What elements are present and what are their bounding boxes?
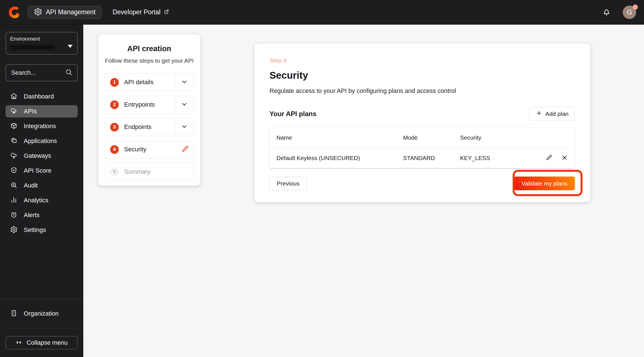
alarm-clock-icon [10, 211, 18, 220]
column-header-mode: Mode [403, 134, 460, 141]
search-input[interactable] [11, 69, 65, 77]
sidebar-item-dashboard[interactable]: Dashboard [6, 90, 78, 103]
external-link-icon [164, 9, 169, 16]
gear-icon [10, 226, 18, 234]
collapse-icon [16, 340, 22, 346]
sidebar: Environment Dashboard [0, 25, 83, 357]
step-main: 3 Endpoints [105, 118, 175, 136]
step-entrypoints[interactable]: 2 Entrypoints [105, 96, 194, 114]
sidebar-spacer [6, 239, 78, 299]
app-root: API Management Developer Portal G [0, 0, 644, 357]
sidebar-item-alerts[interactable]: Alerts [6, 209, 78, 221]
plan-mode-cell: STANDARD [403, 155, 460, 161]
step-label: Security [124, 146, 146, 153]
sidebar-item-label: Audit [24, 182, 38, 189]
page-description: Regulate access to your API by configuri… [269, 87, 575, 95]
sidebar-item-gateways[interactable]: Gateways [6, 150, 78, 162]
step-security[interactable]: 4 Security [105, 140, 194, 158]
sidebar-item-label: Gateways [24, 152, 51, 159]
security-step-card: Step 4 Security Regulate access to your … [254, 44, 590, 202]
step-edit-button[interactable] [176, 141, 193, 158]
shield-check-icon [10, 166, 18, 175]
step-expand-toggle[interactable] [175, 118, 193, 136]
sidebar-item-audit[interactable]: Audit [6, 179, 78, 192]
step-label: Entrypoints [124, 101, 155, 108]
close-icon [561, 154, 568, 162]
step-expand-toggle[interactable] [175, 74, 193, 91]
edit-plan-button[interactable] [545, 154, 553, 162]
step-number-badge: 4 [110, 145, 119, 154]
step-summary: 5 Summary [105, 163, 194, 181]
add-plan-button[interactable]: Add plan [529, 107, 575, 121]
sidebar-item-label: Settings [24, 226, 46, 234]
page-title: Security [269, 70, 575, 81]
app-switcher-button[interactable]: API Management [28, 6, 101, 19]
sidebar-item-apis[interactable]: APIs [6, 105, 78, 118]
sidebar-item-settings[interactable]: Settings [6, 224, 78, 236]
developer-portal-label: Developer Portal [113, 8, 160, 16]
chevron-down-icon [68, 45, 73, 48]
plans-header-row: Your API plans Add plan [269, 107, 575, 121]
notification-dot-badge [633, 4, 638, 10]
delete-plan-button[interactable] [561, 154, 568, 162]
previous-button[interactable]: Previous [269, 177, 307, 190]
stepper-title: API creation [105, 44, 194, 53]
search-check-icon [10, 181, 18, 190]
column-header-security: Security [460, 134, 531, 141]
validate-my-plans-button[interactable]: Validate my plans [514, 177, 575, 190]
top-bar: API Management Developer Portal G [0, 0, 644, 25]
chevron-down-icon [181, 100, 188, 109]
avatar-initial: G [627, 8, 632, 16]
sidebar-item-label: Alerts [24, 212, 39, 219]
step-endpoints[interactable]: 3 Endpoints [105, 118, 194, 136]
sidebar-item-api-score[interactable]: API Score [6, 165, 78, 177]
user-avatar[interactable]: G [623, 6, 636, 19]
table-header-row: Name Mode Security [270, 128, 575, 148]
column-header-name: Name [276, 134, 403, 141]
collapse-menu-label: Collapse menu [27, 339, 68, 346]
sidebar-item-applications[interactable]: Applications [6, 135, 78, 147]
cloud-node-icon [10, 152, 18, 160]
table-row: Default Keyless (UNSECURED) STANDARD KEY… [270, 148, 575, 168]
pencil-icon [181, 145, 189, 154]
sidebar-item-integrations[interactable]: Integrations [6, 120, 78, 132]
step-api-details[interactable]: 1 API details [105, 73, 194, 91]
step-kicker: Step 4 [269, 57, 575, 64]
step-expand-toggle[interactable] [175, 96, 193, 113]
collapse-menu-button[interactable]: Collapse menu [6, 336, 78, 349]
sidebar-item-analytics[interactable]: Analytics [6, 194, 78, 206]
stepper-subtitle: Follow these steps to get your API [105, 57, 194, 64]
api-creation-stepper-card: API creation Follow these steps to get y… [98, 34, 200, 186]
sidebar-item-label: Dashboard [24, 93, 54, 100]
step-number-badge: 1 [110, 78, 119, 87]
step-label: Summary [124, 168, 150, 175]
step-label: API details [124, 79, 153, 86]
step-main: 4 Security [105, 141, 176, 158]
plan-name-cell: Default Keyless (UNSECURED) [276, 155, 403, 161]
sidebar-divider [0, 299, 83, 299]
environment-selector[interactable]: Environment [6, 32, 78, 55]
cloud-gear-icon [10, 107, 18, 116]
sidebar-item-label: API Score [24, 167, 51, 174]
stepper-steps: 1 API details 2 Entrypoints [105, 73, 194, 181]
step-number-badge: 5 [110, 168, 119, 176]
developer-portal-link[interactable]: Developer Portal [113, 8, 169, 16]
add-plan-label: Add plan [545, 111, 569, 117]
package-icon [10, 122, 18, 131]
step-main: 5 Summary [105, 163, 193, 180]
pencil-icon [545, 154, 553, 162]
sidebar-item-organization[interactable]: Organization [6, 307, 78, 320]
sidebar-item-label: Analytics [24, 197, 48, 204]
app-switcher-label: API Management [46, 8, 96, 16]
sidebar-nav: Dashboard APIs Integra [6, 90, 78, 239]
sidebar-item-label: APIs [24, 108, 37, 115]
notifications-bell-icon[interactable] [602, 7, 612, 18]
step-number-badge: 2 [110, 100, 119, 109]
step-label: Endpoints [124, 123, 151, 131]
gear-icon [34, 8, 42, 17]
home-icon [10, 92, 18, 101]
organization-label: Organization [24, 310, 59, 317]
sidebar-item-label: Applications [24, 137, 57, 145]
plus-icon [536, 110, 542, 118]
gravitee-logo-icon [8, 6, 21, 19]
